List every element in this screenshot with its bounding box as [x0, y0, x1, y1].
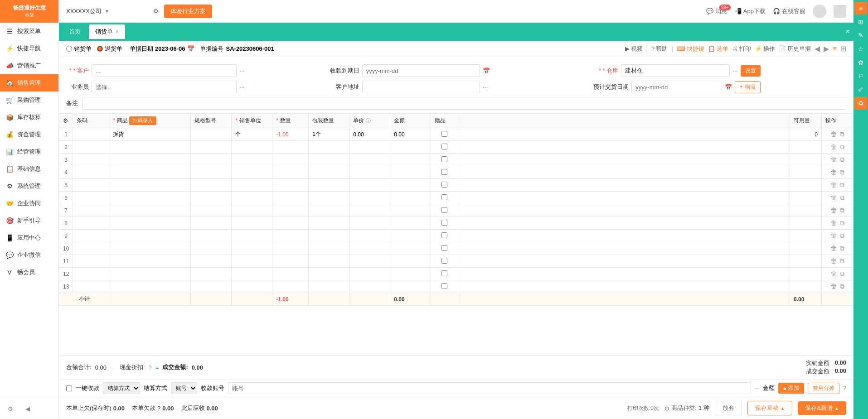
row-amount[interactable] — [390, 242, 431, 255]
warehouse-picker-icon[interactable]: ··· — [732, 67, 738, 74]
copy-icon[interactable]: ⧉ — [840, 245, 844, 252]
row-pack-qty[interactable] — [309, 230, 349, 242]
nav-next-icon[interactable]: ▶ — [824, 44, 829, 53]
collapse-btn[interactable]: ◀ — [21, 402, 34, 415]
row-price[interactable] — [349, 179, 390, 192]
row-barcode[interactable] — [73, 242, 109, 255]
copy-icon[interactable]: ⧉ — [840, 194, 844, 201]
row-amount[interactable] — [390, 217, 431, 230]
row-spec[interactable] — [191, 204, 232, 217]
row-qty[interactable] — [272, 179, 309, 192]
settings-gear-icon[interactable]: ⚙ — [153, 8, 159, 14]
sidebar-item-quick-nav[interactable]: ⚡ 快捷导航 — [0, 40, 58, 57]
nav-prev-icon[interactable]: ◀ — [815, 44, 820, 53]
delete-icon[interactable]: 🗑 — [830, 143, 837, 150]
copy-icon[interactable]: ⧉ — [840, 130, 844, 138]
sidebar-item-inventory[interactable]: 📦 库存核算 — [0, 109, 58, 126]
delete-icon[interactable]: 🗑 — [830, 169, 837, 176]
row-qty[interactable] — [272, 192, 309, 204]
row-price[interactable] — [349, 230, 390, 242]
copy-icon[interactable]: ⧉ — [840, 143, 844, 150]
copy-icon[interactable]: ⧉ — [840, 156, 844, 163]
row-product[interactable] — [109, 192, 191, 204]
row-product[interactable] — [109, 268, 191, 280]
copy-icon[interactable]: ⧉ — [840, 207, 844, 214]
row-spec[interactable] — [191, 192, 232, 204]
discount-help-icon[interactable]: ? — [149, 364, 152, 371]
row-pack-qty[interactable] — [309, 166, 349, 179]
row-barcode[interactable] — [73, 128, 109, 141]
right-panel-btn-7[interactable]: ✐ — [854, 83, 867, 96]
row-unit[interactable] — [232, 242, 272, 255]
row-product[interactable] — [109, 217, 191, 230]
row-pack-qty[interactable] — [309, 217, 349, 230]
settings-btn[interactable]: 设置 — [741, 65, 761, 77]
sidebar-item-guide[interactable]: 🎯 新手引导 — [0, 212, 58, 229]
row-spec[interactable] — [191, 280, 232, 293]
row-spec[interactable] — [191, 255, 232, 268]
account-select[interactable]: 账号 — [171, 382, 197, 394]
row-unit[interactable] — [232, 280, 272, 293]
account-dots-icon[interactable]: ··· — [755, 385, 759, 391]
row-pack-qty[interactable] — [309, 179, 349, 192]
due-date-calendar-icon[interactable]: 📅 — [483, 67, 490, 74]
row-gift[interactable] — [431, 166, 458, 179]
row-barcode[interactable] — [73, 280, 109, 293]
delete-icon[interactable]: 🗑 — [830, 194, 837, 201]
row-pack-qty[interactable] — [309, 280, 349, 293]
row-pack-qty[interactable] — [309, 268, 349, 280]
copy-icon[interactable]: ⧉ — [840, 283, 844, 290]
row-barcode[interactable] — [73, 154, 109, 166]
row-product[interactable] — [109, 280, 191, 293]
right-panel-btn-4[interactable]: ☆ — [854, 43, 867, 55]
radio-return-input[interactable] — [97, 46, 103, 52]
row-unit[interactable] — [232, 192, 272, 204]
delete-icon[interactable]: 🗑 — [830, 219, 837, 226]
row-unit[interactable] — [232, 204, 272, 217]
video-btn[interactable]: ▶ 视频 — [625, 45, 643, 53]
row-price[interactable] — [349, 204, 390, 217]
delete-icon[interactable]: 🗑 — [830, 130, 837, 138]
row-price[interactable] — [349, 128, 390, 141]
delete-icon[interactable]: 🗑 — [830, 257, 837, 265]
row-gift[interactable] — [431, 141, 458, 154]
row-spec[interactable] — [191, 128, 232, 141]
right-panel-btn-2[interactable]: ⊞ — [854, 15, 867, 28]
row-price[interactable] — [349, 280, 390, 293]
message-btn[interactable]: 💬 消息 99+ — [706, 7, 727, 15]
row-spec[interactable] — [191, 217, 232, 230]
delete-icon[interactable]: 🗑 — [830, 245, 837, 252]
sidebar-item-finance[interactable]: 💰 资金管理 — [0, 126, 58, 143]
row-qty[interactable] — [272, 242, 309, 255]
sidebar-item-search-order[interactable]: ☰ 搜索菜单 — [0, 23, 58, 40]
row-qty[interactable] — [272, 166, 309, 179]
fee-split-btn[interactable]: 费用分摊 — [808, 383, 839, 394]
row-pack-qty[interactable] — [309, 255, 349, 268]
fee-help-icon[interactable]: ? — [843, 385, 846, 391]
row-unit[interactable] — [232, 179, 272, 192]
row-barcode[interactable] — [73, 192, 109, 204]
company-selector[interactable]: XXXXXX公司 ▼ — [66, 7, 148, 15]
row-qty[interactable] — [272, 230, 309, 242]
row-amount[interactable] — [390, 268, 431, 280]
row-amount[interactable] — [390, 255, 431, 268]
row-pack-qty[interactable] — [309, 128, 349, 141]
delete-icon[interactable]: 🗑 — [830, 232, 837, 239]
row-product[interactable] — [109, 141, 191, 154]
user-avatar[interactable] — [813, 5, 826, 18]
row-product[interactable] — [109, 179, 191, 192]
row-gift[interactable] — [431, 217, 458, 230]
sidebar-item-app-center[interactable]: 📱 应用中心 — [0, 229, 58, 246]
sidebar-item-operations[interactable]: 📊 经营管理 — [0, 143, 58, 160]
product-type-icon[interactable]: ⊙ — [664, 405, 669, 412]
sidebar-item-collaboration[interactable]: 🤝 企业协同 — [0, 195, 58, 212]
user-menu-icon[interactable] — [834, 5, 846, 18]
row-amount[interactable] — [390, 204, 431, 217]
row-product[interactable] — [109, 166, 191, 179]
settlement-select[interactable]: 结算方式 — [103, 382, 140, 394]
customer-input[interactable] — [92, 64, 237, 77]
row-gift[interactable] — [431, 242, 458, 255]
right-panel-btn-6[interactable]: ⚐ — [854, 70, 867, 82]
grid-view-icon[interactable]: ⊞ — [840, 44, 846, 53]
help-btn[interactable]: ? 帮助 — [651, 45, 668, 53]
